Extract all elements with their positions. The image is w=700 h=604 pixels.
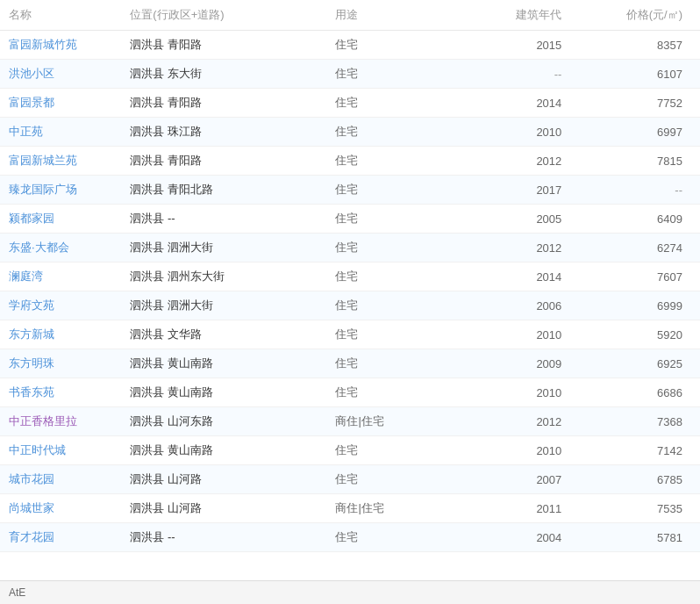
property-name-link[interactable]: 洪池小区: [9, 67, 54, 80]
property-price: 6107: [588, 60, 700, 89]
property-name-link[interactable]: 澜庭湾: [9, 270, 43, 283]
property-usage: 住宅: [326, 147, 439, 176]
property-usage: 住宅: [326, 349, 439, 378]
property-name-link[interactable]: 臻龙国际广场: [9, 183, 77, 196]
property-year: 2009: [439, 349, 588, 378]
header-price: 价格(元/㎡): [588, 0, 700, 31]
table-row: 富园新城兰苑泗洪县 青阳路住宅20127815: [0, 147, 700, 176]
property-usage: 住宅: [326, 234, 439, 262]
property-price: 7368: [588, 407, 700, 436]
property-table: 名称 位置(行政区+道路) 用途 建筑年代 价格(元/㎡) 富园新城竹苑泗洪县 …: [0, 0, 700, 552]
property-price: 7607: [588, 262, 700, 291]
property-name-link[interactable]: 东方明珠: [9, 356, 54, 370]
property-year: 2010: [439, 320, 588, 349]
property-year: 2015: [439, 31, 588, 60]
header-name: 名称: [0, 0, 121, 31]
property-location: 泗洪县 文华路: [121, 320, 326, 349]
table-header-row: 名称 位置(行政区+道路) 用途 建筑年代 价格(元/㎡): [0, 0, 700, 31]
property-price: 7142: [588, 436, 700, 465]
footer-text: AtE: [9, 586, 25, 599]
property-location: 泗洪县 泗洲大街: [121, 234, 326, 262]
table-row: 中正苑泗洪县 珠江路住宅20106997: [0, 118, 700, 147]
property-location: 泗洪县 黄山南路: [121, 378, 326, 407]
table-row: 书香东苑泗洪县 黄山南路住宅20106686: [0, 378, 700, 407]
property-usage: 商住|住宅: [326, 494, 439, 523]
property-location: 泗洪县 东大街: [121, 60, 326, 89]
property-price: --: [588, 176, 700, 205]
table-row: 东方明珠泗洪县 黄山南路住宅20096925: [0, 349, 700, 378]
property-year: 2012: [439, 234, 588, 262]
property-usage: 住宅: [326, 176, 439, 205]
header-usage: 用途: [326, 0, 439, 31]
property-location: 泗洪县 珠江路: [121, 118, 326, 147]
property-location: 泗洪县 泗州东大街: [121, 262, 326, 291]
table-row: 澜庭湾泗洪县 泗州东大街住宅20147607: [0, 262, 700, 291]
table-row: 尚城世家泗洪县 山河路商住|住宅20117535: [0, 494, 700, 523]
property-name-link[interactable]: 育才花园: [9, 530, 54, 543]
property-year: 2012: [439, 147, 588, 176]
main-table-container: 名称 位置(行政区+道路) 用途 建筑年代 价格(元/㎡) 富园新城竹苑泗洪县 …: [0, 0, 700, 552]
property-year: 2007: [439, 465, 588, 494]
property-year: 2004: [439, 523, 588, 552]
property-name-link[interactable]: 富园新城竹苑: [9, 38, 77, 51]
property-usage: 住宅: [326, 31, 439, 60]
header-year: 建筑年代: [439, 0, 588, 31]
property-usage: 住宅: [326, 262, 439, 291]
property-name-link[interactable]: 富园景都: [9, 96, 54, 109]
table-row: 学府文苑泗洪县 泗洲大街住宅20066999: [0, 291, 700, 320]
property-name-link[interactable]: 富园新城兰苑: [9, 154, 77, 167]
property-name-link[interactable]: 尚城世家: [9, 501, 54, 514]
property-name-link[interactable]: 东盛·大都会: [9, 241, 69, 254]
table-row: 臻龙国际广场泗洪县 青阳北路住宅2017--: [0, 176, 700, 205]
table-row: 颍都家园泗洪县 --住宅20056409: [0, 205, 700, 234]
property-price: 7535: [588, 494, 700, 523]
property-name-link[interactable]: 书香东苑: [9, 385, 54, 399]
property-name-link[interactable]: 中正时代城: [9, 443, 66, 457]
property-name-link[interactable]: 中正苑: [9, 125, 43, 138]
table-row: 中正香格里拉泗洪县 山河东路商住|住宅20127368: [0, 407, 700, 436]
property-location: 泗洪县 青阳路: [121, 31, 326, 60]
property-usage: 住宅: [326, 118, 439, 147]
property-usage: 商住|住宅: [326, 407, 439, 436]
property-location: 泗洪县 --: [121, 523, 326, 552]
property-name-link[interactable]: 颍都家园: [9, 212, 54, 225]
property-name-link[interactable]: 东方新城: [9, 327, 54, 341]
property-location: 泗洪县 青阳北路: [121, 176, 326, 205]
property-name-link[interactable]: 中正香格里拉: [9, 414, 77, 428]
property-year: 2010: [439, 378, 588, 407]
property-location: 泗洪县 山河路: [121, 494, 326, 523]
property-year: 2011: [439, 494, 588, 523]
property-price: 6785: [588, 465, 700, 494]
property-price: 6997: [588, 118, 700, 147]
property-usage: 住宅: [326, 89, 439, 118]
property-year: 2005: [439, 205, 588, 234]
property-location: 泗洪县 山河东路: [121, 407, 326, 436]
property-location: 泗洪县 黄山南路: [121, 349, 326, 378]
property-year: --: [439, 60, 588, 89]
property-price: 6686: [588, 378, 700, 407]
table-row: 富园新城竹苑泗洪县 青阳路住宅20158357: [0, 31, 700, 60]
property-location: 泗洪县 黄山南路: [121, 436, 326, 465]
property-price: 6274: [588, 234, 700, 262]
property-price: 6409: [588, 205, 700, 234]
property-year: 2006: [439, 291, 588, 320]
table-row: 城市花园泗洪县 山河路住宅20076785: [0, 465, 700, 494]
property-usage: 住宅: [326, 378, 439, 407]
property-price: 8357: [588, 31, 700, 60]
property-usage: 住宅: [326, 523, 439, 552]
property-name-link[interactable]: 城市花园: [9, 472, 54, 485]
property-usage: 住宅: [326, 436, 439, 465]
property-usage: 住宅: [326, 320, 439, 349]
property-year: 2012: [439, 407, 588, 436]
property-location: 泗洪县 青阳路: [121, 147, 326, 176]
table-row: 洪池小区泗洪县 东大街住宅--6107: [0, 60, 700, 89]
table-row: 东方新城泗洪县 文华路住宅20105920: [0, 320, 700, 349]
property-price: 5920: [588, 320, 700, 349]
property-location: 泗洪县 --: [121, 205, 326, 234]
footer-bar: AtE: [0, 580, 700, 604]
property-name-link[interactable]: 学府文苑: [9, 298, 54, 312]
property-price: 7815: [588, 147, 700, 176]
property-price: 5781: [588, 523, 700, 552]
table-row: 育才花园泗洪县 --住宅20045781: [0, 523, 700, 552]
property-year: 2014: [439, 89, 588, 118]
